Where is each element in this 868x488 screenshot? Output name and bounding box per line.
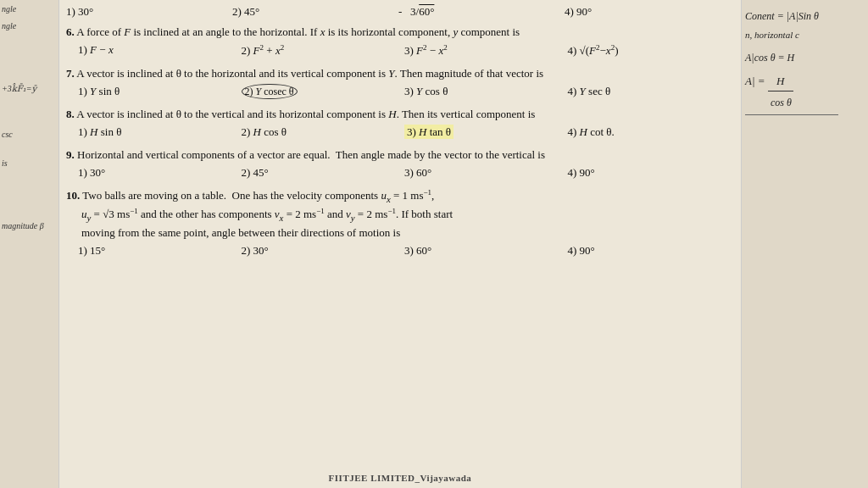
q8-number: 8. bbox=[66, 108, 75, 120]
q10-opt3: 3) 60° bbox=[404, 243, 568, 258]
right-note-3: A|cos θ = H bbox=[745, 50, 865, 66]
main-content: 1) 30° 2) 45° - 3/60° 4) 90° 6. A force … bbox=[59, 0, 741, 488]
top-option-3: - 3/60° bbox=[398, 5, 565, 19]
q6-opt2: 2) F2 + x2 bbox=[242, 42, 405, 59]
q10-text-line3: moving from the same point, angle betwee… bbox=[81, 225, 731, 241]
margin-note-1: ngle bbox=[2, 3, 57, 15]
q9-options: 1) 30° 2) 45° 3) 60° 4) 90° bbox=[78, 165, 731, 180]
q6-number: 6. bbox=[66, 25, 75, 38]
q8-opt3: 3) H tan θ bbox=[404, 125, 568, 140]
q8-opt4: 4) H cot θ. bbox=[568, 125, 732, 140]
q9-opt1: 1) 30° bbox=[78, 165, 242, 180]
q6-text: A force of F is inclined at an angle to … bbox=[76, 25, 520, 38]
q9-opt4: 4) 90° bbox=[568, 165, 732, 180]
right-note-2: n, horizontal c bbox=[745, 28, 865, 43]
margin-note-6: magnitude β bbox=[2, 220, 57, 232]
margin-note-3: +3k̂F̄₁=ȳ bbox=[2, 83, 57, 95]
top-option-4: 4) 90° bbox=[565, 5, 731, 19]
question-9: 9. Horizontal and vertical components of… bbox=[66, 147, 731, 180]
q8-opt1: 1) H sin θ bbox=[78, 125, 242, 140]
q7-opt3: 3) Y cos θ bbox=[404, 84, 568, 100]
q7-text: A vector is inclined at θ to the horizon… bbox=[76, 67, 543, 80]
left-margin: ngle ngle +3k̂F̄₁=ȳ csc is magnitude β bbox=[0, 0, 59, 488]
question-7: 7. A vector is inclined at θ to the hori… bbox=[66, 65, 731, 99]
top-option-2: 2) 45° bbox=[232, 5, 398, 19]
question-6: 6. A force of F is inclined at an angle … bbox=[66, 24, 731, 58]
q8-options: 1) H sin θ 2) H cos θ 3) H tan θ 4) H co… bbox=[78, 125, 731, 140]
q7-opt2: 2) Y cosec θ bbox=[242, 84, 405, 100]
q8-text: A vector is inclined at θ to the vertica… bbox=[76, 108, 535, 120]
q10-opt1: 1) 15° bbox=[78, 243, 242, 258]
top-row: 1) 30° 2) 45° - 3/60° 4) 90° bbox=[66, 5, 731, 19]
question-8: 8. A vector is inclined at θ to the vert… bbox=[66, 106, 731, 140]
q7-options: 1) Y sin θ 2) Y cosec θ 3) Y cos θ 4) Y … bbox=[78, 84, 731, 100]
q10-options: 1) 15° 2) 30° 3) 60° 4) 90° bbox=[78, 243, 731, 258]
q10-opt4: 4) 90° bbox=[568, 243, 732, 258]
margin-note-5: is bbox=[2, 158, 57, 169]
q7-opt1: 1) Y sin θ bbox=[78, 84, 242, 100]
q10-text: Two balls are moving on a table. One has… bbox=[82, 189, 434, 202]
q9-opt3: 3) 60° bbox=[404, 165, 568, 180]
right-note-5: cos θ bbox=[771, 95, 865, 111]
top-option-1: 1) 30° bbox=[66, 5, 232, 19]
margin-note-4: csc bbox=[2, 129, 57, 141]
footer-text: FIITJEE LIMITED_Vijayawada bbox=[59, 473, 741, 483]
right-margin: Conent = |A|Sin θ n, horizontal c A|cos … bbox=[741, 0, 868, 488]
right-note-4: A| = H bbox=[745, 73, 865, 92]
q9-text: Horizontal and vertical components of a … bbox=[77, 148, 545, 161]
q7-number: 7. bbox=[66, 67, 75, 80]
right-note-1: Conent = |A|Sin θ bbox=[745, 8, 865, 25]
question-10: 10. Two balls are moving on a table. One… bbox=[66, 187, 731, 258]
q6-opt1: 1) F − x bbox=[78, 42, 242, 59]
q6-opt3: 3) F2 − x2 bbox=[404, 42, 568, 59]
q9-opt2: 2) 45° bbox=[242, 165, 405, 180]
q6-opt4: 4) √(F2−x2) bbox=[568, 42, 732, 59]
q9-number: 9. bbox=[66, 148, 75, 161]
q8-opt2: 2) H cos θ bbox=[242, 125, 405, 140]
q7-opt4: 4) Y sec θ bbox=[568, 84, 732, 100]
q6-options: 1) F − x 2) F2 + x2 3) F2 − x2 4) √(F2−x… bbox=[78, 42, 731, 59]
q10-opt2: 2) 30° bbox=[242, 243, 405, 258]
q10-text-line2: uy = √3 ms−1 and the other has component… bbox=[81, 206, 731, 225]
margin-note-2: ngle bbox=[2, 20, 57, 32]
q10-number: 10. bbox=[66, 189, 80, 202]
